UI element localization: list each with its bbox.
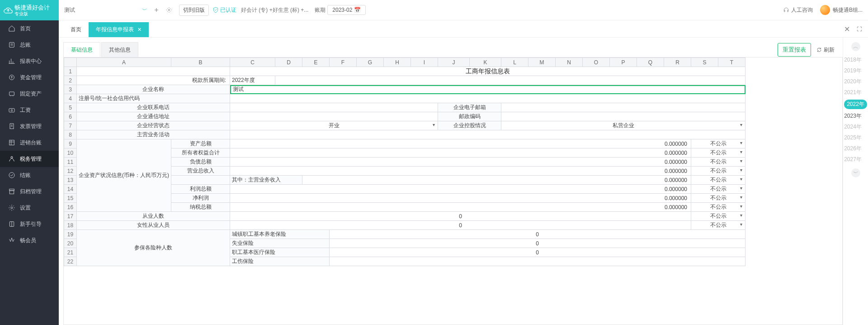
status-select[interactable]: 开业 xyxy=(230,121,438,130)
col-J[interactable]: J xyxy=(438,58,470,67)
asset-pub-1[interactable]: 不公示 xyxy=(691,148,745,158)
row-13[interactable]: 13 xyxy=(64,176,77,185)
org-selector[interactable]: 测试 ﹀ xyxy=(64,6,150,14)
row-15[interactable]: 15 xyxy=(64,194,77,203)
col-O[interactable]: O xyxy=(583,58,610,67)
row-5[interactable]: 5 xyxy=(64,103,77,112)
row-2[interactable]: 2 xyxy=(64,76,77,85)
col-A[interactable]: A xyxy=(77,58,171,67)
sidebar-item-settings[interactable]: 设置 xyxy=(0,200,59,216)
year-2023年[interactable]: 2023年 xyxy=(844,112,867,120)
row-16[interactable]: 16 xyxy=(64,203,77,212)
col-M[interactable]: M xyxy=(528,58,556,67)
col-R[interactable]: R xyxy=(664,58,691,67)
gear-icon[interactable] xyxy=(165,5,174,14)
asset-value-3[interactable]: 0.000000 xyxy=(230,167,691,176)
col-Q[interactable]: Q xyxy=(637,58,664,67)
sidebar-item-home[interactable]: 首页 xyxy=(0,20,59,37)
asset-value-7[interactable]: 0.000000 xyxy=(230,203,691,212)
support-link[interactable]: 人工咨询 xyxy=(783,6,813,14)
asset-pub-0[interactable]: 不公示 xyxy=(691,139,745,148)
period-picker[interactable]: 2023-02 📅 xyxy=(327,5,365,15)
row-8[interactable]: 8 xyxy=(64,130,77,139)
insurance-value-2[interactable]: 0 xyxy=(330,248,745,257)
row-14[interactable]: 14 xyxy=(64,185,77,194)
col-F[interactable]: F xyxy=(330,58,357,67)
col-L[interactable]: L xyxy=(501,58,528,67)
spreadsheet[interactable]: ABCDEFGHIJKLMNOPQRST1工商年报信息表2税款所属期间:2022… xyxy=(63,57,843,325)
avatar[interactable] xyxy=(820,5,830,15)
email-input[interactable] xyxy=(501,103,745,112)
col-P[interactable]: P xyxy=(610,58,637,67)
postcode-input[interactable] xyxy=(501,112,745,121)
year-2020年[interactable]: 2020年 xyxy=(844,78,867,86)
sidebar-item-ledger[interactable]: 总账 xyxy=(0,37,59,53)
sidebar-item-stock[interactable]: 进销台账 xyxy=(0,134,59,151)
col-K[interactable]: K xyxy=(470,58,501,67)
sidebar-item-invoice[interactable]: 发票管理 xyxy=(0,118,59,134)
sidebar-item-guide[interactable]: 新手引导 xyxy=(0,216,59,232)
sidebar-item-asset[interactable]: 固定资产 xyxy=(0,86,59,102)
row-18[interactable]: 18 xyxy=(64,221,77,230)
col-H[interactable]: H xyxy=(384,58,411,67)
asset-value-2[interactable]: 0.000000 xyxy=(230,158,691,167)
col-S[interactable]: S xyxy=(691,58,718,67)
asset-value-1[interactable]: 0.000000 xyxy=(230,148,691,158)
sidebar-item-chart[interactable]: 报表中心 xyxy=(0,53,59,69)
employees-pub[interactable]: 不公示 xyxy=(691,212,745,221)
year-2024年[interactable]: 2024年 xyxy=(844,123,867,131)
asset-pub-3[interactable]: 不公示 xyxy=(691,167,745,176)
refresh-button[interactable]: 刷新 xyxy=(816,46,835,54)
year-2022年[interactable]: 2022年 xyxy=(844,100,867,109)
year-2026年[interactable]: 2026年 xyxy=(844,145,867,153)
asset-pub-7[interactable]: 不公示 xyxy=(691,203,745,212)
asset-pub-6[interactable]: 不公示 xyxy=(691,194,745,203)
row-22[interactable]: 22 xyxy=(64,257,77,266)
add-icon[interactable] xyxy=(152,5,161,14)
row-21[interactable]: 21 xyxy=(64,248,77,257)
employees-value[interactable]: 0 xyxy=(230,212,691,221)
subtab-basic[interactable]: 基础信息 xyxy=(63,42,100,57)
row-1[interactable]: 1 xyxy=(64,67,77,76)
phone-input[interactable] xyxy=(230,103,438,112)
year-up-button[interactable]: ︿ xyxy=(851,42,860,51)
year-2027年[interactable]: 2027年 xyxy=(844,156,867,163)
row-11[interactable]: 11 xyxy=(64,158,77,167)
subtab-other[interactable]: 其他信息 xyxy=(101,42,138,57)
reg-code-input[interactable] xyxy=(230,94,745,103)
close-all-button[interactable]: ✕ xyxy=(844,25,850,33)
address-input[interactable] xyxy=(230,112,438,121)
sidebar-item-fund[interactable]: 资金管理 xyxy=(0,69,59,86)
row-20[interactable]: 20 xyxy=(64,239,77,248)
col-N[interactable]: N xyxy=(556,58,583,67)
row-6[interactable]: 6 xyxy=(64,112,77,121)
row-4[interactable]: 4 xyxy=(64,94,77,103)
asset-pub-4[interactable]: 不公示 xyxy=(691,176,745,185)
holding-select[interactable]: 私营企业 xyxy=(501,121,745,130)
switch-old-button[interactable]: 切到旧版 xyxy=(179,5,209,16)
col-B[interactable]: B xyxy=(171,58,230,67)
tab-annual-report[interactable]: 年报信息申报表✕ xyxy=(89,22,149,37)
insurance-value-0[interactable]: 0 xyxy=(330,230,745,239)
asset-pub-2[interactable]: 不公示 xyxy=(691,158,745,167)
insurance-value-1[interactable]: 0 xyxy=(330,239,745,248)
asset-value-6[interactable]: 0.000000 xyxy=(230,194,691,203)
female-value[interactable]: 0 xyxy=(230,221,691,230)
company-name-input[interactable]: 测试 xyxy=(230,85,745,94)
col-T[interactable]: T xyxy=(718,58,745,67)
row-12[interactable]: 12 xyxy=(64,167,77,176)
user-name[interactable]: 畅捷通B组... xyxy=(833,6,863,14)
sidebar-item-archive[interactable]: 归档管理 xyxy=(0,183,59,200)
year-2018年[interactable]: 2018年 xyxy=(844,56,867,64)
col-I[interactable]: I xyxy=(411,58,438,67)
asset-value-5[interactable]: 0.000000 xyxy=(230,185,691,194)
fullscreen-icon[interactable] xyxy=(856,26,863,33)
insurance-value-3[interactable] xyxy=(330,257,745,266)
asset-value-0[interactable]: 0.000000 xyxy=(230,139,691,148)
sidebar-item-close[interactable]: 结账 xyxy=(0,167,59,183)
main-biz-input[interactable] xyxy=(230,130,745,139)
year-2019年[interactable]: 2019年 xyxy=(844,67,867,75)
year-2025年[interactable]: 2025年 xyxy=(844,134,867,142)
row-17[interactable]: 17 xyxy=(64,212,77,221)
sidebar-item-salary[interactable]: 工资 xyxy=(0,102,59,118)
